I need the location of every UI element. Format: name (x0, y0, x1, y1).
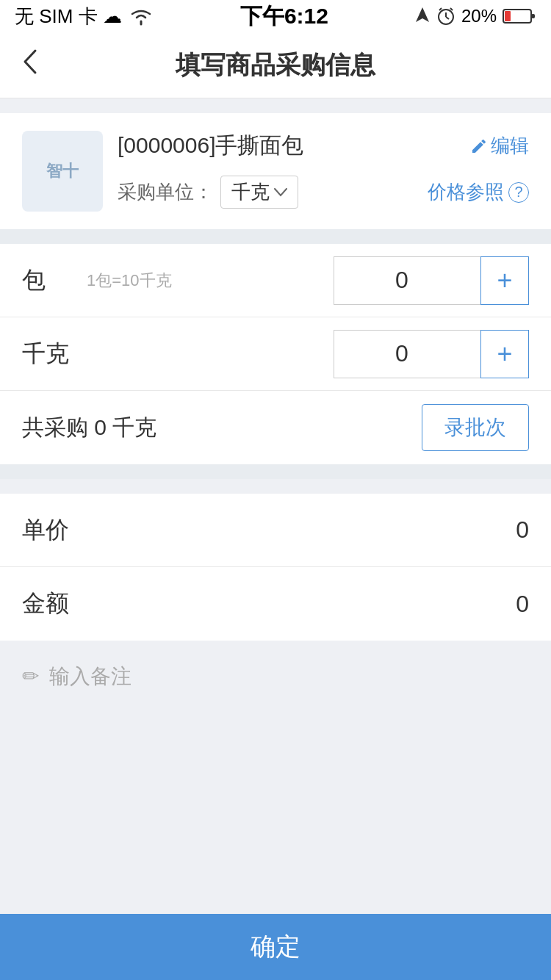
svg-rect-6 (505, 11, 511, 21)
product-info: [0000006]手撕面包 编辑 采购单位： 千克 (118, 131, 529, 209)
svg-line-4 (450, 8, 453, 10)
help-icon: ? (508, 182, 529, 203)
status-time: 下午6:12 (240, 1, 328, 32)
unit-price-label: 单价 (22, 514, 69, 547)
amount-value: 0 (516, 591, 529, 618)
product-card: 智十 [0000006]手撕面包 编辑 采购单位： 千克 (0, 113, 551, 229)
bao-input[interactable] (334, 256, 480, 305)
thumbnail-text: 智十 (46, 160, 79, 182)
kg-plus-button[interactable]: + (480, 330, 529, 378)
no-sim-text: 无 SIM 卡 ☁ (15, 4, 122, 29)
amount-row: 金额 0 (0, 567, 551, 641)
product-thumbnail: 智十 (22, 131, 103, 212)
back-button[interactable] (22, 40, 46, 90)
edit-icon (470, 137, 488, 155)
product-unit-row: 采购单位： 千克 价格参照 ? (118, 176, 529, 209)
unit-value: 千克 (231, 179, 270, 205)
unit-select[interactable]: 千克 (220, 176, 298, 209)
unit-label: 采购单位： (118, 179, 213, 205)
bao-sublabel: 1包=10千克 (87, 270, 334, 292)
wifi-icon (128, 7, 154, 26)
edit-label: 编辑 (491, 133, 529, 159)
price-reference-button[interactable]: 价格参照 ? (428, 179, 529, 205)
kg-input-wrap: + (334, 330, 529, 378)
product-name: [0000006]手撕面包 (118, 131, 303, 161)
section-divider-1 (0, 229, 551, 244)
bao-input-row: 包 1包=10千克 + (0, 244, 551, 317)
status-bar: 无 SIM 卡 ☁ 下午6:12 20% (0, 0, 551, 32)
product-top-row: [0000006]手撕面包 编辑 (118, 131, 529, 161)
price-section: 单价 0 金额 0 (0, 494, 551, 641)
summary-row: 共采购 0 千克 录批次 (0, 391, 551, 464)
page-title: 填写商品采购信息 (176, 48, 375, 82)
unit-price-value: 0 (516, 516, 529, 544)
bao-plus-button[interactable]: + (480, 256, 529, 305)
svg-line-2 (446, 17, 449, 19)
bao-input-wrap: + (334, 256, 529, 305)
edit-button[interactable]: 编辑 (470, 133, 529, 159)
kg-input[interactable] (334, 330, 480, 378)
svg-rect-7 (531, 14, 535, 18)
remark-placeholder: 输入备注 (49, 663, 132, 691)
pencil-icon: ✏ (22, 664, 39, 688)
bao-label: 包 (22, 264, 81, 297)
kg-input-row: 千克 + (0, 317, 551, 391)
status-left: 无 SIM 卡 ☁ (15, 4, 154, 29)
battery-icon (503, 7, 536, 25)
nav-bar: 填写商品采购信息 (0, 32, 551, 98)
unit-price-row: 单价 0 (0, 494, 551, 567)
price-ref-label: 价格参照 (428, 179, 504, 205)
status-right: 20% (414, 6, 536, 26)
page-content: 无 SIM 卡 ☁ 下午6:12 20% (0, 0, 551, 980)
location-icon (414, 6, 431, 26)
alarm-icon (436, 7, 455, 26)
svg-line-3 (439, 8, 442, 10)
batch-button[interactable]: 录批次 (422, 404, 529, 451)
section-divider-2 (0, 464, 551, 479)
kg-label: 千克 (22, 338, 81, 370)
chevron-down-icon (274, 188, 287, 197)
quantity-input-section: 包 1包=10千克 + 千克 + 共采购 0 千克 录批次 (0, 244, 551, 464)
remark-section[interactable]: ✏ 输入备注 (0, 641, 551, 729)
battery-text: 20% (461, 6, 497, 26)
summary-text: 共采购 0 千克 (22, 413, 156, 443)
confirm-button[interactable]: 确定 (0, 914, 551, 980)
amount-label: 金额 (22, 588, 69, 620)
